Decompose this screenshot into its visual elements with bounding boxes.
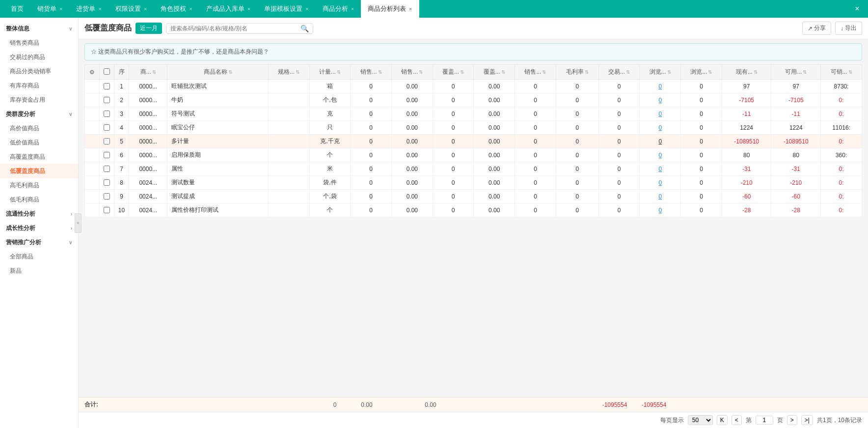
- search-input[interactable]: [170, 25, 300, 32]
- next-page-button[interactable]: >: [787, 415, 797, 425]
- cell-checkbox[interactable]: [100, 190, 114, 203]
- cell-browse1[interactable]: 0: [640, 162, 681, 176]
- th-settings[interactable]: ⚙: [85, 65, 100, 80]
- cell-checkbox[interactable]: [100, 80, 114, 93]
- nav-item-analysis-list[interactable]: 商品分析列表 ×: [361, 0, 419, 18]
- cell-browse1[interactable]: 0: [640, 107, 681, 121]
- row-checkbox[interactable]: [104, 207, 110, 213]
- nav-item-home[interactable]: 首页: [4, 0, 30, 18]
- sidebar-item-low-coverage[interactable]: 低覆盖度商品: [0, 164, 78, 178]
- close-icon[interactable]: ×: [305, 0, 308, 18]
- sidebar-section-growth[interactable]: 成长性分析 ›: [0, 221, 78, 235]
- settings-icon[interactable]: ⚙: [89, 69, 95, 76]
- cell-browse1[interactable]: 0: [640, 190, 681, 203]
- close-icon[interactable]: ×: [189, 0, 192, 18]
- page-number-input[interactable]: [756, 416, 773, 425]
- close-icon[interactable]: ×: [247, 0, 250, 18]
- th-unit[interactable]: 计量...⇅: [309, 65, 351, 80]
- sidebar-item-low-value[interactable]: 低价值商品: [0, 136, 78, 150]
- sidebar-item-category-rate[interactable]: 商品分类动销率: [0, 64, 78, 79]
- close-icon[interactable]: ×: [59, 0, 62, 18]
- nav-item-analysis[interactable]: 商品分析 ×: [316, 0, 361, 18]
- sidebar-section-cluster[interactable]: 类群度分析 ∨: [0, 107, 78, 121]
- cell-checkbox[interactable]: [100, 148, 114, 162]
- prev-page-button[interactable]: <: [732, 415, 742, 425]
- nav-item-permissions[interactable]: 权限设置 ×: [108, 0, 154, 18]
- th-trade[interactable]: 交易...⇅: [598, 65, 640, 80]
- sidebar-item-all-goods[interactable]: 全部商品: [0, 250, 78, 264]
- cell-browse1[interactable]: 0: [640, 176, 681, 190]
- th-name[interactable]: 商品名称⇅: [167, 65, 268, 80]
- th-code[interactable]: 商...⇅: [129, 65, 167, 80]
- th-sales2[interactable]: 销售...⇅: [515, 65, 556, 80]
- period-button-month[interactable]: 近一月: [136, 23, 162, 34]
- row-checkbox[interactable]: [104, 152, 110, 158]
- cell-browse1[interactable]: 0: [640, 135, 681, 148]
- th-cover2[interactable]: 覆盖...⇅: [474, 65, 515, 80]
- cell-num: 3: [114, 107, 129, 121]
- window-close-button[interactable]: ×: [850, 2, 864, 16]
- row-checkbox[interactable]: [104, 97, 110, 103]
- row-checkbox[interactable]: [104, 83, 110, 89]
- cell-checkbox[interactable]: [100, 107, 114, 121]
- nav-item-product-entry[interactable]: 产成品入库单 ×: [199, 0, 257, 18]
- th-current[interactable]: 现有...⇅: [722, 65, 771, 80]
- sidebar-item-new-goods[interactable]: 新品: [0, 264, 78, 278]
- sidebar-item-low-margin[interactable]: 低毛利商品: [0, 193, 78, 207]
- sidebar-section-overall[interactable]: 整体信息 ∨: [0, 22, 78, 36]
- sidebar-item-high-coverage[interactable]: 高覆盖度商品: [0, 150, 78, 164]
- cell-browse1[interactable]: 0: [640, 93, 681, 107]
- th-cover1[interactable]: 覆盖...⇅: [433, 65, 474, 80]
- cell-browse1[interactable]: 0: [640, 80, 681, 93]
- share-button[interactable]: ↗ 分享: [802, 22, 831, 35]
- th-checkbox[interactable]: [100, 65, 114, 80]
- close-icon[interactable]: ×: [409, 0, 412, 18]
- sidebar-item-traded-goods[interactable]: 交易过的商品: [0, 50, 78, 64]
- row-checkbox[interactable]: [104, 124, 110, 131]
- nav-item-template[interactable]: 单据模板设置 ×: [257, 0, 315, 18]
- close-icon[interactable]: ×: [98, 0, 101, 18]
- nav-item-roles[interactable]: 角色授权 ×: [154, 0, 199, 18]
- sidebar-item-sales-goods[interactable]: 销售类商品: [0, 36, 78, 50]
- cell-checkbox[interactable]: [100, 203, 114, 217]
- export-button[interactable]: ↓ 导出: [835, 22, 862, 35]
- nav-item-sales[interactable]: 销货单 ×: [30, 0, 69, 18]
- close-icon[interactable]: ×: [144, 0, 147, 18]
- th-spec[interactable]: 规格...⇅: [268, 65, 309, 80]
- last-page-button[interactable]: >|: [801, 415, 813, 425]
- close-icon[interactable]: ×: [351, 0, 354, 18]
- cell-checkbox[interactable]: [100, 93, 114, 107]
- row-checkbox[interactable]: [104, 179, 110, 186]
- cell-browse1[interactable]: 0: [640, 148, 681, 162]
- cell-browse1[interactable]: 0: [640, 121, 681, 135]
- th-available[interactable]: 可用...⇅: [771, 65, 821, 80]
- cell-checkbox[interactable]: [100, 135, 114, 148]
- th-browse2[interactable]: 浏览...⇅: [681, 65, 722, 80]
- th-gross-rate[interactable]: 毛利率⇅: [556, 65, 598, 80]
- cell-code: 0000...: [129, 148, 167, 162]
- th-saleable[interactable]: 可销...⇅: [821, 65, 862, 80]
- sidebar-section-marketing[interactable]: 营销推广分析 ∨: [0, 235, 78, 250]
- sidebar-section-flow[interactable]: 流通性分析 ›: [0, 207, 78, 221]
- th-sales-qty[interactable]: 销售...⇅: [351, 65, 392, 80]
- th-browse1[interactable]: 浏览...⇅: [640, 65, 681, 80]
- search-icon: 🔍: [300, 25, 309, 32]
- cell-checkbox[interactable]: [100, 176, 114, 190]
- sidebar-item-high-margin[interactable]: 高毛利商品: [0, 178, 78, 193]
- row-checkbox[interactable]: [104, 193, 110, 200]
- sidebar-item-high-value[interactable]: 高价值商品: [0, 121, 78, 136]
- sidebar-collapse-button[interactable]: «: [75, 213, 81, 233]
- row-checkbox[interactable]: [104, 111, 110, 117]
- sidebar-item-in-stock[interactable]: 有库存商品: [0, 79, 78, 93]
- th-sales-amt[interactable]: 销售...⇅: [391, 65, 433, 80]
- row-checkbox[interactable]: [104, 138, 110, 144]
- cell-checkbox[interactable]: [100, 121, 114, 135]
- first-page-button[interactable]: K: [717, 415, 728, 425]
- nav-item-purchase[interactable]: 进货单 ×: [69, 0, 108, 18]
- sidebar-item-stock-capital[interactable]: 库存资金占用: [0, 93, 78, 107]
- row-checkbox[interactable]: [104, 166, 110, 172]
- per-page-select[interactable]: 50 20 100 200: [688, 415, 713, 425]
- cell-checkbox[interactable]: [100, 162, 114, 176]
- select-all-checkbox[interactable]: [104, 68, 110, 75]
- cell-browse1[interactable]: 0: [640, 203, 681, 217]
